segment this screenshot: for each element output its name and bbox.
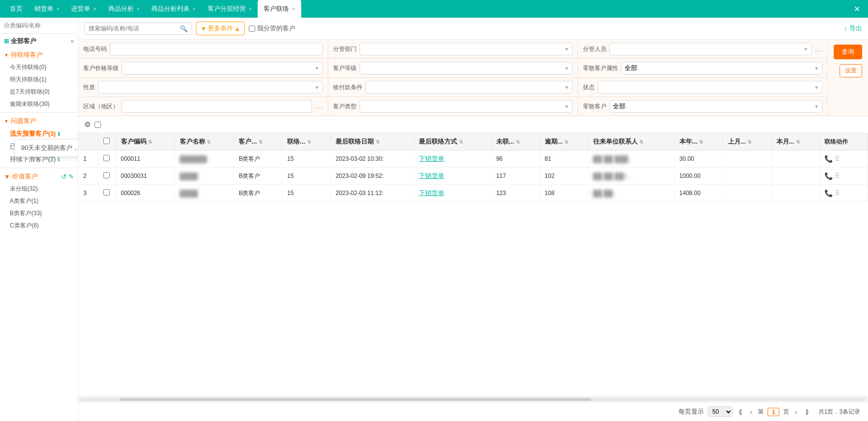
row-checkbox-3[interactable] [103,189,110,196]
arrow-icon-pending: ▼ [4,52,9,58]
select-customer-type[interactable]: ▼ [360,100,573,113]
link-method-2[interactable]: 下销货单 [419,172,444,179]
page-next-btn[interactable]: › [793,407,799,417]
td-unit-2: ██ ██ ██3... [588,168,674,185]
all-customers-header[interactable]: ⊞ 全部客户 « [0,34,78,49]
adv-field-dept: 分管部门 ▼ [328,40,578,58]
tab-close-product-analysis[interactable]: × [137,6,140,12]
tab-purchase[interactable]: 进货单 × [65,0,102,18]
top-tabbar: 首页 销货单 × 进货单 × 商品分析 × 商品分析列表 × 客户分层经营 × … [0,0,868,18]
select-zero-attr[interactable]: 全部 ▼ [621,62,822,74]
label-status: 状态 [583,83,595,92]
sidebar-item-ungrouped[interactable]: 未分组(32) [0,183,78,195]
window-close-icon[interactable]: ✕ [850,4,864,14]
page-prev-btn[interactable]: ‹ [748,407,754,417]
input-phone[interactable] [110,43,323,55]
sidebar-search-input[interactable] [4,22,77,29]
td-code-3: 000026 [116,185,174,202]
edit-icon-value[interactable]: ✎ [69,173,74,180]
sidebar-item-overdue[interactable]: 逾期未联络(30) [0,98,78,110]
total-pages-label: 页 [783,408,789,416]
scrollbar-area [78,396,868,402]
select-gender[interactable]: ▼ [98,81,323,94]
collapse-icon[interactable]: « [71,38,74,45]
tab-close-sales[interactable]: × [56,6,59,12]
filter-search-icon[interactable]: 🔍 [180,25,188,32]
query-btn[interactable]: 查询 [834,45,862,59]
tab-sales[interactable]: 销货单 × [28,0,65,18]
label-zero-attr: 零散客户属性 [583,64,618,73]
tab-close-product-list[interactable]: × [193,6,195,12]
tab-close-customer-stratify[interactable]: × [249,6,252,12]
sidebar-item-c-class[interactable]: C类客户(6) [0,220,78,232]
select-zero-customer[interactable]: 全部 ▼ [609,100,822,113]
row-checkbox-1[interactable] [103,155,110,161]
select-region[interactable] [121,100,312,113]
dots-person[interactable]: … [815,45,822,53]
col-last-method: 最后联络方式 ⇅ [414,133,491,150]
td-type-1: B类客户 [234,150,282,168]
sort-icon-contact: ⇅ [307,139,311,145]
select-status[interactable]: ▼ [598,81,822,94]
select-level[interactable]: ▼ [360,62,573,74]
sidebar-item-a-class[interactable]: A类客户(1) [0,195,78,207]
per-page-select[interactable]: 50 100 200 [708,406,733,417]
filter-search-input[interactable] [89,25,177,32]
tab-close-customer-contact[interactable]: × [292,6,295,12]
action-contact-icon-2[interactable]: 📞 [824,172,833,180]
td-uncontact-1: 96 [491,150,539,168]
select-payment[interactable]: ▼ [365,81,573,94]
adv-field-payment: 收付款条件 ▼ [328,78,578,97]
scrollbar-track[interactable] [80,398,866,401]
sidebar-group-value[interactable]: ▼ 价值客户 ↺ ✎ [0,170,78,183]
page-last-btn[interactable]: ⟫ [803,407,811,417]
sidebar-item-7days[interactable]: 近7天待联络(0) [0,86,78,98]
sidebar-group-problem[interactable]: ▼ 问题客户 [0,115,78,127]
action-more-icon-2[interactable]: ⠿ [835,172,840,180]
tab-home[interactable]: 首页 [4,0,28,18]
my-customers-checkbox-label[interactable]: 我分管的客户 [249,24,295,33]
tab-product-list[interactable]: 商品分析列表 × [145,0,201,18]
td-checkbox-2[interactable] [98,168,116,185]
export-btn[interactable]: ↑ 导出 [844,24,863,33]
tab-close-purchase[interactable]: × [93,6,96,12]
settings-btn[interactable]: 设置 [840,64,862,77]
export-icon: ↑ [844,25,848,32]
link-method-1[interactable]: 下销货单 [419,155,444,162]
dots-region[interactable]: … [315,102,323,110]
label-zero-customer: 零散客户 [583,102,606,111]
row-checkbox-2[interactable] [103,172,110,178]
action-contact-icon-1[interactable]: 📞 [824,155,833,163]
table-settings-icon[interactable]: ⚙ [84,120,91,129]
action-more-icon-1[interactable]: ⠿ [835,155,840,163]
select-dept[interactable]: ▼ [360,43,573,55]
sidebar-item-tomorrow[interactable]: 明天待联络(1) [0,74,78,86]
col-checkbox [98,133,116,150]
select-price-level[interactable]: ▼ [121,62,323,74]
action-more-icon-3[interactable]: ⠿ [835,189,840,197]
page-first-btn[interactable]: ⟪ [737,407,744,417]
td-checkbox-1[interactable] [98,150,116,168]
sidebar-item-b-class[interactable]: B类客户(33) [0,207,78,220]
td-type-3: B类客户 [234,185,282,202]
header-checkbox[interactable] [103,138,110,144]
my-customers-checkbox[interactable] [249,25,255,32]
more-conditions-btn[interactable]: ▼ 更多条件 ▲ [196,22,245,35]
sort-icon-year: ⇅ [699,139,703,145]
select-person[interactable]: ▼ [609,43,812,55]
link-method-3[interactable]: 下销货单 [419,189,444,197]
tab-customer-stratify[interactable]: 客户分层经营 × [202,0,258,18]
chevron-zero-attr: ▼ [814,66,819,71]
sidebar-search-icon[interactable]: 🔍 [77,22,78,29]
action-contact-icon-3[interactable]: 📞 [824,189,833,197]
filter-search-box: 🔍 [84,23,192,35]
td-index-1: 1 [78,150,98,168]
refresh-icon-value[interactable]: ↺ [61,173,67,180]
tab-product-analysis[interactable]: 商品分析 × [102,0,145,18]
select-all-checkbox[interactable] [95,122,101,128]
sidebar-item-today[interactable]: 今天待联络(0) [0,61,78,74]
td-checkbox-3[interactable] [98,185,116,202]
tab-customer-contact[interactable]: 客户联络 × [258,0,301,18]
sidebar-group-pending[interactable]: ▼ 待联络客户 [0,49,78,61]
sidebar-item-churn-warning[interactable]: 流失预警客户(3) ℹ [0,127,78,140]
